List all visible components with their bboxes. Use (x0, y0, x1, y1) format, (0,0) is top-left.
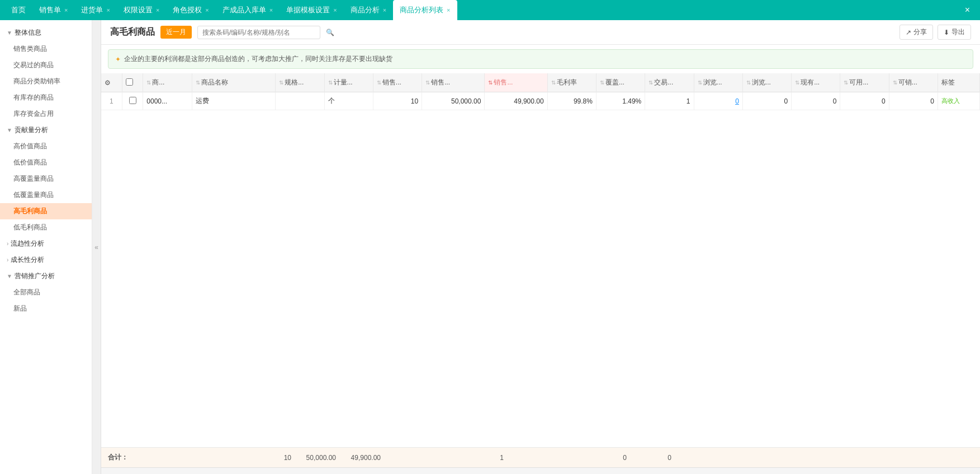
col-browse2[interactable]: ⇅ 浏览... (742, 73, 791, 92)
footer-trade-count: 1 (463, 454, 508, 462)
close-purchase-tab[interactable]: × (106, 7, 110, 13)
col-tag[interactable]: 标签 (938, 73, 980, 92)
arrow-growth: › (7, 257, 8, 263)
cell-tag: 高收入 (938, 92, 980, 110)
cell-checkbox[interactable] (122, 92, 143, 110)
arrow-marketing: ▼ (7, 273, 12, 279)
filter-month-button[interactable]: 近一月 (160, 26, 192, 39)
col-sale-qty[interactable]: ⇅ 销售... (373, 73, 422, 92)
sidebar-item-high-margin[interactable]: 高毛利商品 (0, 203, 92, 219)
arrow-overall: ▼ (7, 30, 12, 36)
col-settings[interactable]: ⚙ (101, 73, 122, 92)
col-sale-profit[interactable]: ⇅ 销售... (485, 73, 547, 92)
data-table: ⚙ ⇅ 商... ⇅ (101, 73, 980, 110)
select-all-checkbox[interactable] (126, 78, 133, 86)
sidebar-item-in-stock[interactable]: 有库存的商品 (0, 90, 92, 106)
sidebar-item-low-value[interactable]: 低价值商品 (0, 154, 92, 171)
cell-sale-profit: 49,900.00 (485, 92, 547, 110)
footer-sale-profit: 49,900.00 (340, 454, 385, 462)
main-layout: ▼ 整体信息 销售类商品 交易过的商品 商品分类助销率 有库存的商品 库存资金占… (0, 20, 980, 474)
footer-bar: 合计： 10 50,000.00 49,900.00 1 0 0 (101, 447, 980, 467)
col-spec[interactable]: ⇅ 规格... (276, 73, 324, 92)
close-role-tab[interactable]: × (205, 7, 209, 13)
sidebar-item-traded-goods[interactable]: 交易过的商品 (0, 57, 92, 73)
search-input[interactable] (197, 26, 320, 39)
sidebar-item-high-value[interactable]: 高价值商品 (0, 138, 92, 154)
sidebar-section-overall[interactable]: ▼ 整体信息 (0, 25, 92, 41)
cell-unit: 个 (324, 92, 373, 110)
col-unit[interactable]: ⇅ 计量... (324, 73, 373, 92)
sidebar-item-new-goods[interactable]: 新品 (0, 301, 92, 317)
sidebar-section-trend[interactable]: › 流趋性分析 (0, 236, 92, 252)
col-sale-amt[interactable]: ⇅ 销售... (422, 73, 485, 92)
close-product-analysis-tab[interactable]: × (383, 7, 386, 13)
cell-saleable: 0 (889, 92, 938, 110)
col-code[interactable]: ⇅ 商... (143, 73, 192, 92)
footer-label: 合计： (108, 453, 128, 462)
sidebar-section-marketing[interactable]: ▼ 营销推广分析 (0, 268, 92, 284)
content-header: 高毛利商品 近一月 🔍 ↗ 分享 ⬇ 导出 (101, 20, 980, 45)
close-template-tab[interactable]: × (333, 7, 337, 13)
cell-code: 0000... (143, 92, 192, 110)
col-name[interactable]: ⇅ 商品名称 (192, 73, 276, 92)
close-product-entry-tab[interactable]: × (269, 7, 273, 13)
sidebar-section-contribution[interactable]: ▼ 贡献量分析 (0, 122, 92, 138)
col-gross-rate[interactable]: ⇅ 毛利率 (547, 73, 596, 92)
search-icon[interactable]: 🔍 (326, 29, 334, 36)
nav-sales[interactable]: 销售单 × (32, 0, 74, 20)
cell-browse2: 0 (742, 92, 791, 110)
sidebar: ▼ 整体信息 销售类商品 交易过的商品 商品分类助销率 有库存的商品 库存资金占… (0, 20, 92, 474)
col-stock[interactable]: ⇅ 现有... (792, 73, 840, 92)
cell-name: 运费 (192, 92, 276, 110)
nav-product-entry[interactable]: 产成品入库单 × (216, 0, 280, 20)
nav-purchase[interactable]: 进货单 × (74, 0, 116, 20)
export-icon: ⬇ (944, 29, 949, 36)
row-checkbox[interactable] (129, 97, 136, 104)
sidebar-item-low-margin[interactable]: 低毛利商品 (0, 219, 92, 236)
nav-home[interactable]: 首页 (4, 0, 32, 20)
cell-sale-amt: 50,000.00 (422, 92, 485, 110)
share-icon: ↗ (906, 29, 911, 36)
nav-template[interactable]: 单据模板设置 × (280, 0, 343, 20)
col-trade-count[interactable]: ⇅ 交易... (645, 73, 694, 92)
sidebar-item-low-coverage[interactable]: 低覆盖量商品 (0, 187, 92, 203)
export-button[interactable]: ⬇ 导出 (938, 25, 971, 40)
nav-product-analysis[interactable]: 商品分析 × (344, 0, 393, 20)
window-close-button[interactable]: × (959, 5, 976, 15)
nav-product-analysis-list[interactable]: 商品分析列表 × (393, 0, 457, 20)
close-product-analysis-list-tab[interactable]: × (447, 7, 450, 13)
sidebar-item-high-coverage[interactable]: 高覆盖量商品 (0, 171, 92, 187)
col-available[interactable]: ⇅ 可用... (840, 73, 889, 92)
sidebar-section-growth[interactable]: › 成长性分析 (0, 252, 92, 268)
sidebar-item-sales-goods[interactable]: 销售类商品 (0, 41, 92, 57)
arrow-contribution: ▼ (7, 127, 12, 133)
footer-sale-amt: 50,000.00 (296, 454, 340, 462)
cell-trade-count: 1 (645, 92, 694, 110)
cell-spec (276, 92, 324, 110)
table-wrapper: ⚙ ⇅ 商... ⇅ (101, 73, 980, 447)
sidebar-item-stock-capital[interactable]: 库存资金占用 (0, 106, 92, 122)
col-saleable[interactable]: ⇅ 可销... (889, 73, 938, 92)
top-nav: 首页 销售单 × 进货单 × 权限设置 × 角色授权 × 产成品入库单 × 单据… (0, 0, 980, 20)
close-sales-tab[interactable]: × (64, 7, 68, 13)
footer-stock: 0 (586, 454, 631, 462)
col-coverage[interactable]: ⇅ 覆盖... (596, 73, 645, 92)
cell-sale-qty: 10 (373, 92, 422, 110)
sidebar-item-category-rate[interactable]: 商品分类助销率 (0, 73, 92, 90)
info-banner: ✦ 企业的主要的利润都是这部分商品创造的，可考虑加大推广，同时关注库存是不要出现… (108, 49, 973, 69)
sidebar-item-all-goods[interactable]: 全部商品 (0, 284, 92, 301)
col-checkbox (122, 73, 143, 92)
content-area: 高毛利商品 近一月 🔍 ↗ 分享 ⬇ 导出 ✦ 企业的主要的利润都是这部分商品创… (101, 20, 980, 474)
table-row: 1 0000... 运费 个 10 50,000.00 (101, 92, 980, 110)
cell-index: 1 (101, 92, 122, 110)
cell-browse1[interactable]: 0 (694, 92, 742, 110)
footer-available: 0 (631, 454, 676, 462)
share-button[interactable]: ↗ 分享 (899, 25, 933, 40)
close-permission-tab[interactable]: × (156, 7, 159, 13)
nav-role[interactable]: 角色授权 × (166, 0, 215, 20)
nav-permission[interactable]: 权限设置 × (117, 0, 166, 20)
cell-stock: 0 (792, 92, 840, 110)
col-browse1[interactable]: ⇅ 浏览... (694, 73, 742, 92)
sidebar-toggle[interactable]: « (92, 20, 101, 474)
horizontal-scrollbar[interactable] (101, 467, 980, 474)
